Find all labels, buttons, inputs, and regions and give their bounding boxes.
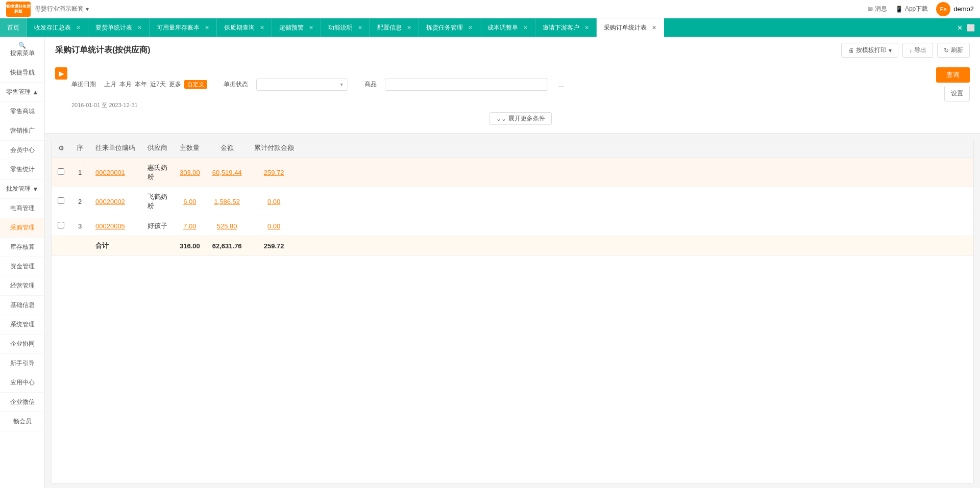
shortcut-this-month[interactable]: 本月 (119, 80, 132, 89)
top-bar-right: ✉ 消息 📱 App下载 Ea demo2 (868, 2, 974, 16)
expand-more-btn[interactable]: ⌄⌄ 展开更多条件 (489, 112, 552, 125)
app-download-btn[interactable]: 📱 App下载 (895, 5, 928, 13)
col-unit-code: 往来单位编码 (89, 138, 141, 158)
row1-unit-code-link[interactable]: 00020001 (95, 169, 125, 176)
row1-checkbox[interactable] (52, 158, 70, 187)
sidebar-item-finance-mgmt[interactable]: 资金管理 (0, 257, 44, 276)
table-header-row: ⚙ 序 往来单位编码 供应商 主数量 金额 累计付款金额 (52, 138, 973, 158)
refresh-icon: ↻ (944, 47, 949, 54)
tab-available-stock[interactable]: 可用量库存账本 ✕ (150, 18, 217, 37)
sidebar-item-inventory-check[interactable]: 库存核算 (0, 238, 44, 257)
col-settings[interactable]: ⚙ (52, 138, 70, 158)
tab-invite-downstream[interactable]: 邀请下游客户 ✕ (535, 18, 597, 37)
user-area[interactable]: Ea demo2 (936, 2, 974, 16)
footer-checkbox-cell (52, 236, 70, 256)
filter-collapse-btn[interactable]: ▶ (55, 67, 67, 80)
col-paid-amount: 累计付款金额 (248, 138, 300, 158)
tab-home[interactable]: 首页 (0, 18, 27, 37)
table-row: 2 00020002 飞鹤奶粉 6.00 1,586.52 0.00 (52, 187, 973, 216)
close-config-info-icon[interactable]: ✕ (407, 24, 411, 31)
sidebar-item-ecommerce-mgmt[interactable]: 电商管理 (0, 199, 44, 218)
sidebar-item-purchase-mgmt[interactable]: 采购管理 (0, 218, 44, 238)
shortcut-more[interactable]: 更多 (169, 80, 181, 89)
workspace-dropdown-icon: ▾ (86, 6, 89, 13)
sidebar-item-marketing[interactable]: 营销推广 (0, 121, 44, 141)
row2-checkbox[interactable] (52, 187, 70, 216)
row2-supplier: 飞鹤奶粉 (141, 187, 174, 216)
sidebar-item-basic-info[interactable]: 基础信息 (0, 296, 44, 315)
row2-unit-code-link[interactable]: 00020002 (95, 198, 125, 206)
sidebar-item-app-center[interactable]: 应用中心 (0, 373, 44, 393)
query-button[interactable]: 查询 (936, 67, 970, 83)
row3-amount: 525.80 (206, 216, 248, 236)
tab-overstock-alert[interactable]: 超储预警 ✕ (272, 18, 321, 37)
close-receive-summary-icon[interactable]: ✕ (76, 24, 81, 31)
col-main-qty: 主数量 (174, 138, 206, 158)
sidebar-quick-nav[interactable]: 快捷导航 (0, 63, 44, 83)
sidebar-search[interactable]: 🔍 搜索菜单 (0, 37, 44, 63)
row2-unit-code: 00020002 (89, 187, 141, 216)
workspace-selector[interactable]: 母婴行业演示账套 ▾ (35, 5, 89, 13)
goods-input[interactable] (385, 79, 548, 91)
footer-paid-amount: 259.72 (248, 236, 300, 256)
tab-cost-adjust[interactable]: 成本调整单 ✕ (480, 18, 535, 37)
tab-order-summary[interactable]: 要货单统计表 ✕ (88, 18, 150, 37)
expand-more-row: ⌄⌄ 展开更多条件 (71, 109, 970, 128)
filter-area: ▶ 单据日期 上月 本月 本年 近7天 更多 自定义 单据状态 (45, 62, 980, 134)
shortcut-last-month[interactable]: 上月 (104, 80, 116, 89)
message-btn[interactable]: ✉ 消息 (868, 5, 887, 13)
row3-main-qty: 7.00 (174, 216, 206, 236)
refresh-button[interactable]: ↻ 刷新 (937, 43, 970, 58)
tab-picking-task[interactable]: 拣货任务管理 ✕ (419, 18, 480, 37)
row3-checkbox[interactable] (52, 216, 70, 236)
sidebar-item-operation-mgmt[interactable]: 经营管理 (0, 276, 44, 296)
sidebar-item-system-mgmt[interactable]: 系统管理 (0, 315, 44, 335)
row3-unit-code-link[interactable]: 00020005 (95, 222, 125, 230)
tab-purchase-summary[interactable]: 采购订单统计表 ✕ (597, 18, 664, 37)
nav-tabs: 首页 收发存汇总表 ✕ 要货单统计表 ✕ 可用量库存账本 ✕ 保质期查询 ✕ 超… (0, 18, 980, 37)
date-label: 单据日期 (71, 80, 96, 89)
close-available-stock-icon[interactable]: ✕ (205, 24, 209, 31)
logo-subtext: 标版 (6, 9, 31, 14)
custom-date-badge[interactable]: 自定义 (184, 80, 207, 89)
sidebar-item-retail-mgmt[interactable]: 零售管理 ▲ (0, 83, 44, 102)
export-button[interactable]: ↓ 导出 (902, 43, 933, 58)
close-order-summary-icon[interactable]: ✕ (137, 24, 142, 31)
row3-num: 3 (70, 216, 89, 236)
app-download-icon: 📱 (895, 6, 903, 13)
close-expiry-query-icon[interactable]: ✕ (260, 24, 264, 31)
print-button[interactable]: 🖨 按模板打印 ▾ (841, 43, 898, 58)
tab-receive-summary[interactable]: 收发存汇总表 ✕ (27, 18, 88, 37)
shortcut-this-year[interactable]: 本年 (135, 80, 147, 89)
avatar: Ea (936, 2, 950, 16)
tab-expiry-query[interactable]: 保质期查询 ✕ (217, 18, 272, 37)
close-overstock-alert-icon[interactable]: ✕ (309, 24, 313, 31)
row3-paid-amount: 0.00 (248, 216, 300, 236)
sidebar-item-new-guide[interactable]: 新手引导 (0, 354, 44, 373)
row3-supplier: 好孩子 (141, 216, 174, 236)
sidebar-item-wholesale-mgmt[interactable]: 批发管理 ▼ (0, 179, 44, 199)
row1-supplier: 惠氏奶粉 (141, 158, 174, 187)
status-select[interactable] (256, 79, 348, 91)
setting-button[interactable]: 设置 (944, 86, 970, 101)
username: demo2 (953, 5, 974, 13)
close-cost-adjust-icon[interactable]: ✕ (523, 24, 528, 31)
sidebar-item-vip-member[interactable]: 畅会员 (0, 412, 44, 431)
close-purchase-summary-icon[interactable]: ✕ (652, 24, 656, 31)
close-picking-task-icon[interactable]: ✕ (468, 24, 473, 31)
sidebar-item-enterprise-collab[interactable]: 企业协同 (0, 335, 44, 354)
nav-close-all-icon[interactable]: ✕ (957, 24, 963, 32)
shortcut-7days[interactable]: 近7天 (150, 80, 166, 89)
close-function-desc-icon[interactable]: ✕ (358, 24, 362, 31)
goods-more-icon[interactable]: ... (558, 81, 564, 88)
print-dropdown-icon: ▾ (889, 47, 892, 54)
tab-config-info[interactable]: 配置信息 ✕ (370, 18, 419, 37)
sidebar-item-member-center[interactable]: 会员中心 (0, 141, 44, 160)
date-shortcuts: 上月 本月 本年 近7天 更多 自定义 (104, 80, 207, 89)
sidebar-item-enterprise-wechat[interactable]: 企业微信 (0, 393, 44, 412)
tab-function-desc[interactable]: 功能说明 ✕ (321, 18, 370, 37)
sidebar-item-retail-store[interactable]: 零售商城 (0, 102, 44, 121)
close-invite-downstream-icon[interactable]: ✕ (584, 24, 589, 31)
nav-maximize-icon[interactable]: ⬜ (967, 24, 975, 32)
sidebar-item-retail-stats[interactable]: 零售统计 (0, 160, 44, 179)
